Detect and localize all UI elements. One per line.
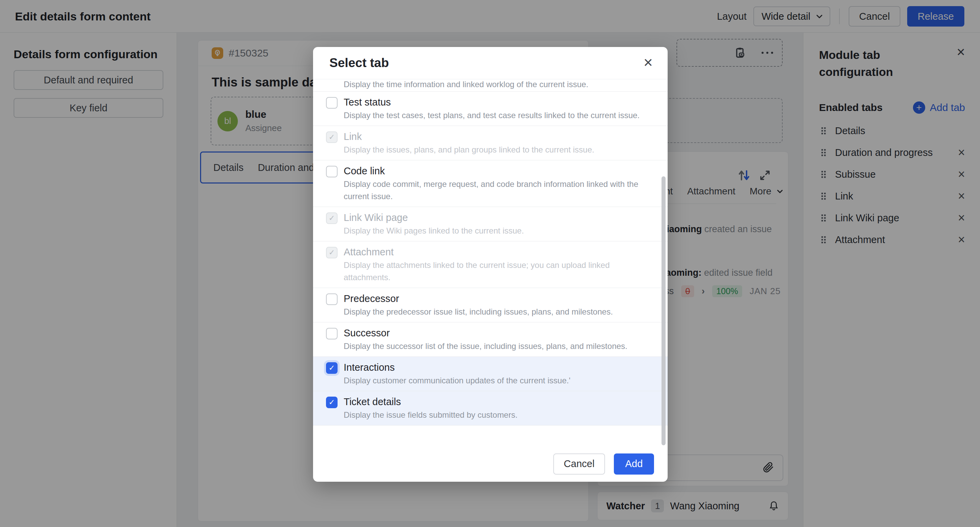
tab-option-description: Display the Wiki pages linked to the cur… bbox=[344, 225, 650, 237]
tab-option-row-predecessor[interactable]: Predecessor Display the predecessor issu… bbox=[313, 288, 668, 322]
tab-option-label: Ticket details bbox=[344, 395, 654, 408]
tab-option-row-interactions[interactable]: ✓ Interactions Display customer communic… bbox=[313, 357, 668, 391]
checkbox[interactable]: ✓ bbox=[326, 396, 337, 408]
tab-option-description: Display the issue fields submitted by cu… bbox=[344, 409, 650, 421]
checkbox: ✓ bbox=[326, 247, 337, 258]
tab-option-description: Display the predecessor issue list, incl… bbox=[344, 306, 650, 318]
tab-option-row-attachment: ✓ Attachment Display the attachments lin… bbox=[313, 241, 668, 288]
modal-footer: Cancel Add bbox=[313, 446, 668, 482]
tab-options-list: Display the time information and linked … bbox=[313, 79, 668, 446]
modal-cancel-button[interactable]: Cancel bbox=[553, 454, 605, 474]
close-icon[interactable]: × bbox=[643, 54, 653, 70]
tab-option-row-link: ✓ Link Display the issues, plans, and pl… bbox=[313, 126, 668, 160]
tab-option-label: Test status bbox=[344, 96, 654, 108]
tab-option-row-test-status[interactable]: Test status Display the test cases, test… bbox=[313, 92, 668, 126]
tab-option-label: Link bbox=[344, 130, 654, 143]
tab-option-row-link-wiki-page: ✓ Link Wiki page Display the Wiki pages … bbox=[313, 207, 668, 241]
scrollbar-thumb[interactable] bbox=[662, 176, 666, 445]
checkbox: ✓ bbox=[326, 212, 337, 224]
modal-add-button[interactable]: Add bbox=[614, 454, 654, 474]
tab-option-label: Attachment bbox=[344, 245, 654, 258]
tab-option-row-partial[interactable]: Display the time information and linked … bbox=[313, 79, 668, 92]
tab-option-description: Display the successor list of the issue,… bbox=[344, 340, 650, 352]
tab-option-label: Code link bbox=[344, 164, 654, 177]
checkbox[interactable] bbox=[326, 166, 337, 177]
tab-option-description: Display code commit, merge request, and … bbox=[344, 178, 650, 202]
select-tab-modal: Select tab × Display the time informatio… bbox=[313, 47, 668, 482]
tab-option-description: Display the issues, plans, and plan grou… bbox=[344, 144, 650, 156]
tab-option-label: Link Wiki page bbox=[344, 211, 654, 224]
tab-option-label: Successor bbox=[344, 326, 654, 339]
tab-option-description: Display customer communication updates o… bbox=[344, 374, 650, 387]
modal-title: Select tab bbox=[329, 56, 389, 70]
app-window: Edit details form content Layout Wide de… bbox=[0, 0, 980, 527]
modal-header: Select tab × bbox=[313, 47, 668, 79]
checkbox[interactable]: ✓ bbox=[326, 362, 337, 374]
tab-option-row-ticket-details[interactable]: ✓ Ticket details Display the issue field… bbox=[313, 391, 668, 425]
tab-option-description: Display the test cases, test plans, and … bbox=[344, 109, 650, 121]
tab-option-description: Display the attachments linked to the cu… bbox=[344, 259, 650, 283]
checkbox: ✓ bbox=[326, 131, 337, 143]
tab-option-row-successor[interactable]: Successor Display the successor list of … bbox=[313, 322, 668, 357]
tab-option-row-code-link[interactable]: Code link Display code commit, merge req… bbox=[313, 160, 668, 207]
checkbox[interactable] bbox=[326, 293, 337, 305]
tab-option-description: Display the time information and linked … bbox=[344, 79, 588, 91]
checkbox[interactable] bbox=[326, 328, 337, 339]
checkbox[interactable] bbox=[326, 97, 337, 108]
tab-option-label: Predecessor bbox=[344, 292, 654, 305]
tab-option-label: Interactions bbox=[344, 361, 654, 374]
